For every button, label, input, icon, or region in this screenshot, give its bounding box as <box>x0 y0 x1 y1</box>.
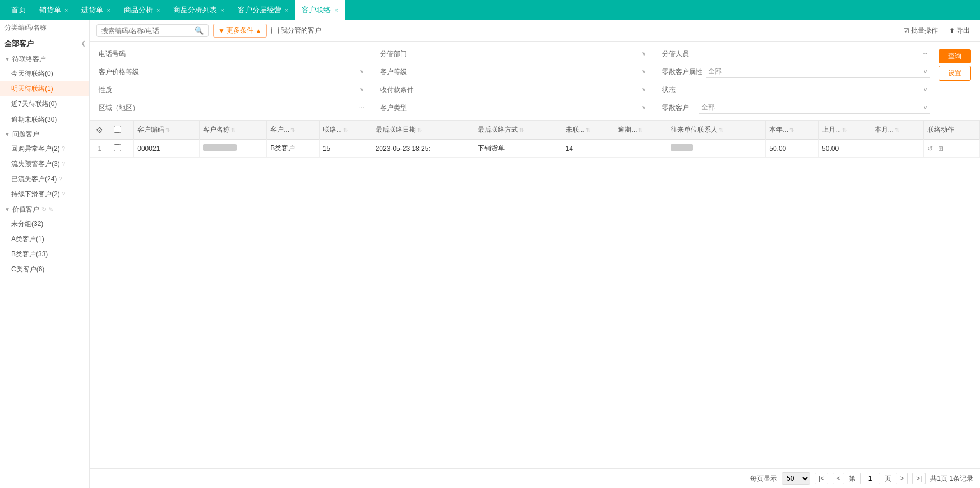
arrow-down-icon: ▼ <box>4 131 10 137</box>
gear-icon[interactable]: ⚙ <box>96 126 103 135</box>
sidebar-item-today[interactable]: 今天待联络(0) <box>0 66 89 81</box>
more-filter-button[interactable]: ▼ 更多条件 ▲ <box>213 24 267 38</box>
chevron-down-icon: ∨ <box>923 68 927 75</box>
last-page-button[interactable]: >| <box>912 473 926 484</box>
sort-icon[interactable]: ⇅ <box>231 127 235 133</box>
sidebar-item-7days[interactable]: 近7天待联络(0) <box>0 96 89 112</box>
sort-icon[interactable]: ⇅ <box>789 127 794 133</box>
sidebar-item-class-b[interactable]: B类客户(33) <box>0 247 89 262</box>
col-name: 客户名称 ⇅ <box>200 121 267 140</box>
sort-icon[interactable]: ⇅ <box>842 127 847 133</box>
payment-select[interactable]: ∨ <box>417 85 648 94</box>
sort-icon[interactable]: ⇅ <box>519 127 524 133</box>
cell-last-month: 50.00 <box>819 140 871 158</box>
phone-input[interactable] <box>136 49 366 59</box>
sidebar-search-input[interactable] <box>4 24 89 31</box>
table-footer: 每页显示 50 100 200 |< < 第 页 > >| 共1页 1条记录 <box>90 468 980 488</box>
col-last-month: 上月... ⇅ <box>819 121 871 140</box>
col-last-contact-method: 最后联络方式 ⇅ <box>474 121 562 140</box>
action-icon-1[interactable]: ↺ <box>927 145 933 153</box>
nav-product-analysis-list[interactable]: 商品分析列表 × <box>167 0 230 20</box>
sort-icon[interactable]: ⇅ <box>343 127 348 133</box>
nav-customer-contact[interactable]: 客户联络 × <box>295 0 344 20</box>
nature-select[interactable]: ∨ <box>136 85 366 94</box>
filter-field-payment: 收付款条件 ∨ <box>380 85 648 95</box>
sidebar-group-problem[interactable]: ▼ 问题客户 <box>0 127 89 141</box>
filter-field-status: 状态 ∨ <box>662 85 930 95</box>
toolbar-search-bar: 🔍 <box>96 24 209 37</box>
customer-level-select[interactable]: ∨ <box>417 67 648 76</box>
first-page-button[interactable]: |< <box>815 473 828 484</box>
person-select[interactable]: ··· <box>699 49 930 58</box>
sort-icon[interactable]: ⇅ <box>586 127 590 133</box>
nav-home[interactable]: 首页 <box>4 0 33 20</box>
total-records: 共1页 1条记录 <box>930 474 973 484</box>
retail-attr-select[interactable]: 全部 ∨ <box>706 66 930 78</box>
page-label: 第 <box>849 474 856 484</box>
status-select[interactable]: ∨ <box>699 85 930 94</box>
per-page-select[interactable]: 50 100 200 <box>782 472 810 485</box>
sidebar-all-customers[interactable]: 全部客户 《 <box>0 35 89 52</box>
retail-customer-select[interactable]: 全部 ∨ <box>699 102 930 114</box>
sidebar-item-churned[interactable]: 已流失客户(24) ? <box>0 172 89 187</box>
sidebar-item-repurchase-abnormal[interactable]: 回购异常客户(2) ? <box>0 141 89 156</box>
sort-icon[interactable]: ⇅ <box>290 127 295 133</box>
close-icon[interactable]: × <box>220 7 224 13</box>
sidebar-item-ungrouped[interactable]: 未分组(32) <box>0 217 89 232</box>
next-page-button[interactable]: > <box>896 473 908 484</box>
prev-page-button[interactable]: < <box>833 473 844 484</box>
nav-purchase[interactable]: 进货单 × <box>75 0 117 20</box>
sidebar-item-class-c[interactable]: C类客户(6) <box>0 262 89 277</box>
close-icon[interactable]: × <box>156 7 160 13</box>
row-checkbox[interactable] <box>114 144 121 151</box>
customer-type-select[interactable]: ∨ <box>417 103 648 112</box>
close-icon[interactable]: × <box>107 7 110 13</box>
query-button[interactable]: 查询 <box>939 49 971 63</box>
sidebar-item-churn-warning[interactable]: 流失预警客户(3) ? <box>0 156 89 172</box>
my-customers-checkbox[interactable] <box>271 27 279 34</box>
search-icon[interactable]: 🔍 <box>195 26 204 35</box>
close-icon[interactable]: × <box>285 7 288 13</box>
action-icon-2[interactable]: ⊞ <box>938 145 944 153</box>
bulk-action-button[interactable]: ☑ 批量操作 <box>900 24 941 37</box>
sidebar-item-tomorrow[interactable]: 明天待联络(1) <box>0 81 89 96</box>
dept-select[interactable]: ∨ <box>417 49 648 58</box>
toolbar-right: ☑ 批量操作 ⬆ 导出 <box>900 24 973 37</box>
per-page-label: 每页显示 <box>750 474 777 484</box>
close-icon[interactable]: × <box>334 7 338 13</box>
last-contact-link[interactable]: 下销货单 <box>478 144 505 152</box>
sort-icon[interactable]: ⇅ <box>165 127 170 133</box>
cell-index: 1 <box>90 140 110 158</box>
page-number-input[interactable] <box>860 473 880 484</box>
close-icon[interactable]: × <box>64 7 68 13</box>
cell-name <box>200 140 267 158</box>
region-select[interactable]: ··· <box>142 103 366 112</box>
sidebar: 🔍 全部客户 《 ▼ 待联络客户 今天待联络(0) 明天待联络(1) 近7天待联… <box>0 20 90 488</box>
cell-partner-contact <box>667 140 766 158</box>
sort-icon[interactable]: ⇅ <box>719 127 723 133</box>
toolbar-search-input[interactable] <box>101 27 195 35</box>
select-all-checkbox[interactable] <box>114 126 121 133</box>
chevron-down-icon: ∨ <box>642 104 646 111</box>
nav-customer-tier[interactable]: 客户分层经营 × <box>231 0 295 20</box>
col-this-year: 本年... ⇅ <box>766 121 819 140</box>
cell-last-contact-date: 2023-05-23 18:25: <box>372 140 474 158</box>
price-level-select[interactable]: ∨ <box>142 67 366 76</box>
sort-icon[interactable]: ⇅ <box>895 127 899 133</box>
sidebar-item-declining[interactable]: 持续下滑客户(2) ? <box>0 187 89 202</box>
sidebar-item-overdue[interactable]: 逾期未联络(30) <box>0 112 89 127</box>
cell-no-contact: 14 <box>562 140 614 158</box>
sidebar-item-class-a[interactable]: A类客户(1) <box>0 232 89 247</box>
filter-field-person: 分管人员 ··· <box>662 49 930 59</box>
arrow-down-icon: ▼ <box>4 56 10 62</box>
nav-product-analysis[interactable]: 商品分析 × <box>117 0 167 20</box>
nav-sales[interactable]: 销货单 × <box>33 0 75 20</box>
my-customers-checkbox-label[interactable]: 我分管的客户 <box>271 26 321 35</box>
sidebar-group-pending[interactable]: ▼ 待联络客户 <box>0 52 89 66</box>
export-button[interactable]: ⬆ 导出 <box>946 24 973 37</box>
sidebar-group-value[interactable]: ▼ 价值客户 ↻ ✎ <box>0 202 89 217</box>
cell-checkbox <box>110 140 134 158</box>
sort-icon[interactable]: ⇅ <box>417 127 422 133</box>
set-button[interactable]: 设置 <box>939 66 971 81</box>
sort-icon[interactable]: ⇅ <box>638 127 642 133</box>
